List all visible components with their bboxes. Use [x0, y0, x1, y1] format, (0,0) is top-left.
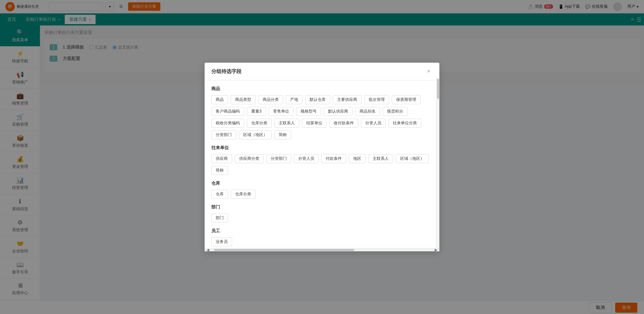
modal: 分组待选字段 × 商品 商品 商品类型 商品分类 产地 默认仓库 主要供应商 批… — [205, 63, 439, 251]
product-fields: 商品 商品类型 商品分类 产地 默认仓库 主要供应商 批次管理 保质期管理 客户… — [211, 95, 433, 139]
section-warehouse-title: 仓库 — [211, 180, 433, 186]
modal-title: 分组待选字段 — [211, 68, 241, 75]
employee-fields: 业务员 — [211, 237, 433, 246]
field-region[interactable]: 区域（地区） — [239, 130, 272, 139]
field-warehouse-cat[interactable]: 仓库分类 — [231, 190, 256, 199]
modal-close-button[interactable]: × — [425, 67, 433, 75]
field-main-supplier[interactable]: 主要供应商 — [333, 95, 362, 104]
section-product: 商品 商品 商品类型 商品分类 产地 默认仓库 主要供应商 批次管理 保质期管理… — [211, 86, 433, 139]
field-partner-region[interactable]: 区域（地区） — [396, 154, 429, 163]
field-dept[interactable]: 分管部门 — [211, 130, 236, 139]
section-department: 部门 部门 — [211, 204, 433, 223]
field-manager[interactable]: 分管人员 — [361, 119, 386, 128]
modal-vertical-scrollbar[interactable] — [436, 77, 439, 248]
field-warehouse[interactable]: 仓库 — [211, 190, 228, 199]
field-main-contact[interactable]: 主联系人 — [274, 119, 299, 128]
section-partner: 往来单位 供应商 供应商分类 分管部门 分管人员 付款条件 地区 主联系人 区域… — [211, 145, 433, 175]
section-employee-title: 员工 — [211, 228, 433, 234]
field-tax-code[interactable]: 税收分类编码 — [211, 119, 244, 128]
modal-header: 分组待选字段 × — [205, 63, 439, 80]
field-abbr[interactable]: 简称 — [274, 130, 291, 139]
warehouse-fields: 仓库 仓库分类 — [211, 190, 433, 199]
scroll-right-arrow[interactable]: ▶ — [433, 248, 439, 252]
field-origin[interactable]: 产地 — [286, 95, 303, 104]
scroll-thumb-vertical[interactable] — [437, 79, 439, 99]
field-partner-dept[interactable]: 分管部门 — [266, 154, 291, 163]
field-weight3[interactable]: 重量3 — [247, 107, 266, 116]
section-partner-title: 往来单位 — [211, 145, 433, 151]
modal-body[interactable]: 商品 商品 商品类型 商品分类 产地 默认仓库 主要供应商 批次管理 保质期管理… — [205, 80, 439, 248]
field-warehouse-category[interactable]: 仓库分类 — [247, 119, 272, 128]
department-fields: 部门 — [211, 213, 433, 223]
field-salesperson[interactable]: 业务员 — [211, 237, 232, 246]
field-pick-points[interactable]: 拣货积分 — [383, 107, 408, 116]
section-department-title: 部门 — [211, 204, 433, 210]
section-warehouse: 仓库 仓库 仓库分类 — [211, 180, 433, 199]
section-product-title: 商品 — [211, 86, 433, 92]
field-customer-code[interactable]: 客户商品编码 — [211, 107, 244, 116]
field-partner-manager[interactable]: 分管人员 — [294, 154, 319, 163]
scroll-thumb-horizontal[interactable] — [214, 249, 354, 251]
field-partner-payment[interactable]: 付款条件 — [321, 154, 346, 163]
field-spec-model[interactable]: 规格型号 — [296, 107, 321, 116]
field-department[interactable]: 部门 — [211, 213, 228, 223]
field-payment-terms[interactable]: 收付款条件 — [329, 119, 358, 128]
field-retail-unit[interactable]: 零售单位 — [269, 107, 293, 116]
field-batch-management[interactable]: 批次管理 — [364, 95, 389, 104]
field-supplier-category[interactable]: 供应商分类 — [235, 154, 264, 163]
field-product[interactable]: 商品 — [211, 95, 228, 104]
field-product-category[interactable]: 商品分类 — [258, 95, 283, 104]
modal-horizontal-scrollbar[interactable]: ◀ ▶ — [205, 248, 439, 251]
field-partner-abbr[interactable]: 简称 — [211, 166, 228, 175]
section-employee: 员工 业务员 — [211, 228, 433, 246]
field-default-warehouse[interactable]: 默认仓库 — [305, 95, 330, 104]
field-product-type[interactable]: 商品类型 — [231, 95, 256, 104]
partner-fields: 供应商 供应商分类 分管部门 分管人员 付款条件 地区 主联系人 区域（地区） … — [211, 154, 433, 175]
field-shelf-life[interactable]: 保质期管理 — [392, 95, 421, 104]
modal-overlay: 分组待选字段 × 商品 商品 商品类型 商品分类 产地 默认仓库 主要供应商 批… — [0, 0, 644, 314]
field-supplier[interactable]: 供应商 — [211, 154, 232, 163]
field-default-supplier[interactable]: 默认供应商 — [324, 107, 353, 116]
field-partner-category[interactable]: 往来单位分类 — [388, 119, 421, 128]
field-settlement-unit[interactable]: 结算单位 — [302, 119, 327, 128]
field-product-alias[interactable]: 商品别名 — [355, 107, 380, 116]
scroll-left-arrow[interactable]: ◀ — [205, 248, 211, 252]
field-partner-area[interactable]: 地区 — [349, 154, 366, 163]
field-partner-contact[interactable]: 主联系人 — [368, 154, 393, 163]
